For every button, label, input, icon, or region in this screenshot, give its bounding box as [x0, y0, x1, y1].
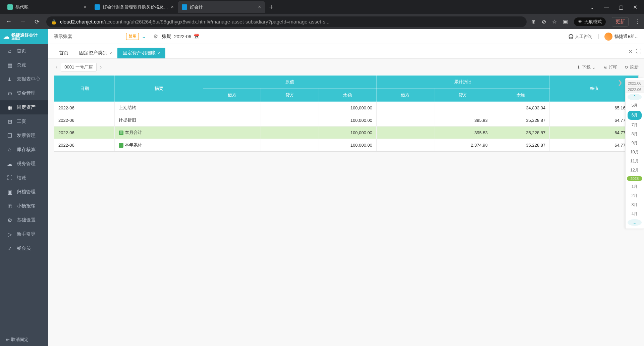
month-item[interactable]: 10月	[626, 148, 644, 157]
sidebar-item-9[interactable]: ⛶结账	[0, 171, 48, 185]
account-set-selector[interactable]: 演示账套	[54, 34, 72, 40]
scroll-up-icon[interactable]: ⌃	[628, 94, 642, 100]
tab-title: 好会计	[190, 4, 255, 10]
period-value: 2022-06	[174, 34, 191, 39]
cell-o-debit	[203, 114, 261, 127]
extensions-icon[interactable]: ⊘	[542, 18, 546, 25]
app-tab-1[interactable]: 固定资产类别×	[74, 48, 117, 58]
sidebar-item-3[interactable]: ⊙资金管理	[0, 86, 48, 100]
sidebar-item-8[interactable]: ☁税务管理	[0, 157, 48, 171]
sidebar-item-1[interactable]: ▤总账	[0, 58, 48, 72]
sidebar-item-10[interactable]: ▣归档管理	[0, 185, 48, 199]
month-item[interactable]: 1月	[626, 182, 644, 191]
sidebar-item-2[interactable]: ⫝云报表中心	[0, 72, 48, 86]
cell-d-credit: 395.83	[434, 114, 492, 127]
gear-icon[interactable]: ⚙	[153, 33, 158, 40]
support-link[interactable]: 🎧 人工咨询	[568, 34, 592, 40]
table-row[interactable]: 2022-06☰本年累计100,000.002,374.9835,228.876…	[54, 139, 638, 151]
close-tab-icon[interactable]: ×	[158, 51, 160, 56]
disable-tag[interactable]: 禁用	[126, 33, 139, 40]
sidebar-item-6[interactable]: ❐发票管理	[0, 129, 48, 143]
chevron-down-icon[interactable]: ⌄	[142, 33, 146, 40]
month-item[interactable]: 6月	[628, 111, 642, 120]
menu-icon[interactable]: ⋮	[635, 18, 640, 25]
forward-button[interactable]: →	[18, 18, 28, 25]
scroll-down-icon[interactable]: ⌄	[628, 219, 642, 226]
cell-d-debit	[376, 127, 434, 139]
new-tab-button[interactable]: +	[269, 3, 273, 11]
cell-net: 64,771.13	[550, 127, 638, 139]
month-item[interactable]: 5月	[626, 101, 644, 110]
close-tab-icon[interactable]: ×	[84, 4, 87, 10]
url-path: /accounting/uh26t264j5ui/98gdhygx8w/idx.…	[103, 19, 329, 24]
search-icon[interactable]: ⊕	[531, 18, 536, 25]
month-item[interactable]: 12月	[626, 166, 644, 175]
close-tab-icon[interactable]: ×	[171, 4, 174, 10]
download-button[interactable]: ⬇ 下载 ⌄	[577, 64, 596, 70]
sidebar-label: 结账	[17, 175, 26, 181]
print-button[interactable]: 🖨 打印	[603, 64, 618, 70]
sidebar-pin-toggle[interactable]: ⇤ 取消固定	[0, 333, 48, 346]
sidebar-icon: ⊞	[6, 118, 13, 125]
cell-o-balance: 100,000.00	[319, 102, 376, 114]
app-root: ☁ 畅捷通好会计 旗舰版 ⌂首页▤总账⫝云报表中心⊙资金管理▦固定资产⊞工资❐发…	[0, 29, 644, 346]
user-menu[interactable]: 畅捷通B组...	[604, 33, 639, 41]
calendar-icon[interactable]: 📅	[193, 34, 200, 40]
sidebar-item-11[interactable]: ✆小畅报销	[0, 199, 48, 213]
bookmark-icon[interactable]: ☆	[552, 18, 557, 25]
th-dep-balance: 余额	[492, 89, 550, 102]
month-item[interactable]: 7月	[626, 120, 644, 130]
month-item[interactable]: 8月	[626, 130, 644, 139]
cell-net: 64,771.13	[550, 139, 638, 151]
chevron-down-icon[interactable]: ⌄	[590, 4, 594, 10]
month-item[interactable]: 11月	[626, 157, 644, 166]
cell-o-credit	[261, 102, 319, 114]
close-all-tabs-icon[interactable]: ✕	[628, 48, 633, 55]
month-item[interactable]: 2月	[626, 191, 644, 200]
sidebar-item-14[interactable]: ✓畅会员	[0, 241, 48, 255]
table-row[interactable]: 2022-06计提折旧100,000.00395.8335,228.8764,7…	[54, 114, 638, 127]
back-button[interactable]: ←	[4, 18, 13, 25]
close-window-icon[interactable]: ✕	[633, 4, 637, 10]
close-tab-icon[interactable]: ×	[258, 4, 261, 10]
table-row[interactable]: 2022-06上期结转100,000.0034,833.0465,166.96	[54, 102, 638, 114]
fullscreen-icon[interactable]: ⛶	[636, 48, 641, 54]
cell-net: 64,771.13	[550, 114, 638, 127]
month-item[interactable]: 9月	[626, 139, 644, 148]
scroll-handle-icon[interactable]: ❯	[618, 79, 623, 86]
sidebar-item-0[interactable]: ⌂首页	[0, 44, 48, 58]
prev-asset-button[interactable]: ‹	[54, 64, 59, 70]
logo-icon: ☁	[3, 33, 9, 40]
th-original: 原值	[203, 76, 376, 89]
sidebar-item-4[interactable]: ▦固定资产	[0, 100, 48, 114]
browser-tab-3[interactable]: 好会计 ×	[178, 1, 265, 13]
reader-icon[interactable]: ▣	[563, 18, 568, 25]
update-button[interactable]: 更新	[612, 17, 629, 27]
sidebar-item-7[interactable]: ⌂库存核算	[0, 143, 48, 157]
next-asset-button[interactable]: ›	[98, 64, 104, 70]
asset-selector[interactable]: 0001 一号厂房	[61, 63, 97, 71]
table-row[interactable]: 2022-06☰本月合计100,000.00395.8335,228.8764,…	[54, 127, 638, 139]
month-item[interactable]: 3月	[626, 200, 644, 209]
app-tab-2[interactable]: 固定资产明细账×	[117, 48, 166, 58]
browser-tab-2[interactable]: 好会计财务管理软件购买价格及… ×	[91, 1, 178, 13]
year-top-2[interactable]: 2022.06	[626, 87, 644, 93]
browser-tab-1[interactable]: 易代账 ×	[3, 1, 91, 13]
app-tab-0[interactable]: 首页	[54, 48, 74, 58]
year-badge: 2023	[627, 176, 642, 181]
sidebar-label: 总账	[17, 62, 26, 68]
year-top-1[interactable]: 2022.06	[626, 80, 644, 87]
url-input[interactable]: 🔒 cloud2.chanjet.com/accounting/uh26t264…	[46, 16, 527, 27]
sidebar-icon: ▷	[6, 231, 13, 238]
sidebar-item-13[interactable]: ▷新手引导	[0, 227, 48, 241]
minimize-icon[interactable]: —	[604, 4, 609, 10]
month-item[interactable]: 4月	[626, 209, 644, 218]
sidebar-item-12[interactable]: ⚙基础设置	[0, 213, 48, 227]
sidebar-item-5[interactable]: ⊞工资	[0, 114, 48, 129]
reload-button[interactable]: ⟳	[32, 18, 42, 26]
maximize-icon[interactable]: ▢	[619, 4, 624, 10]
sidebar-icon: ⫝	[6, 76, 13, 82]
cell-d-balance: 35,228.87	[492, 127, 550, 139]
close-tab-icon[interactable]: ×	[109, 51, 112, 56]
refresh-button[interactable]: ⟳ 刷新	[625, 64, 639, 70]
